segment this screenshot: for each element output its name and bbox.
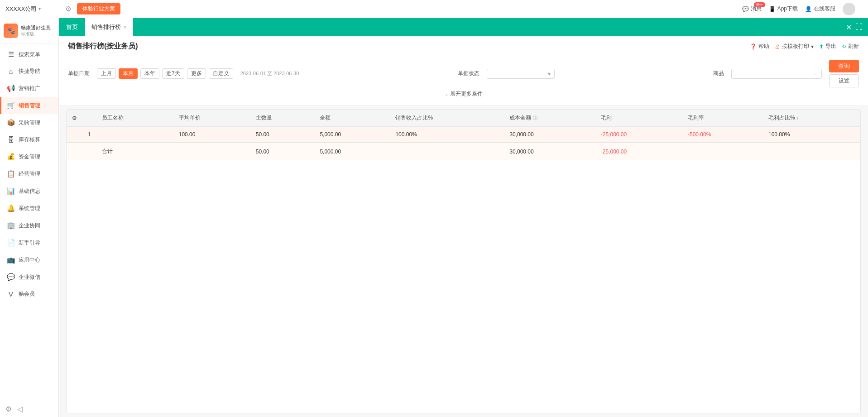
- message-button[interactable]: 💬 消息 99+: [742, 5, 762, 13]
- expand-button[interactable]: ⌄ 展开更多条件: [445, 90, 483, 98]
- header-actions: ❓ 帮助 🖨 按模板打印 ▾ ⬆ 导出 ↻ 刷新: [750, 43, 859, 50]
- col-gross-profit-rate: 毛利率: [682, 110, 763, 127]
- date-btn-more[interactable]: 更多: [187, 68, 206, 79]
- refresh-label: 刷新: [848, 43, 859, 50]
- message-badge: 99+: [754, 2, 765, 7]
- help-label: 帮助: [758, 43, 769, 50]
- date-btn-this-month[interactable]: 本月: [119, 68, 138, 79]
- date-filters: 上月 本月 本年 近7天 更多 自定义: [97, 68, 233, 79]
- trial-button[interactable]: 体验行业方案: [77, 3, 120, 14]
- status-select[interactable]: ▾: [487, 69, 555, 79]
- footer-settings: [67, 143, 82, 160]
- nav-icon-app-center: 📺: [7, 256, 15, 264]
- footer-rank: [82, 143, 96, 160]
- refresh-button[interactable]: ↻ 刷新: [842, 43, 859, 50]
- cost-info-icon[interactable]: ⓘ: [533, 115, 537, 120]
- print-chevron-icon: ▾: [811, 43, 814, 50]
- sidebar-item-member[interactable]: V 畅会员: [0, 286, 58, 302]
- col-gross-profit: 毛利: [595, 110, 682, 127]
- footer-row: 合计 50.00 5,000.00 30,000.00 -25,000.00: [67, 143, 860, 160]
- sidebar-item-basic-info[interactable]: 📊 基础信息: [0, 182, 58, 200]
- page-header: 销售排行榜(按业务员) ❓ 帮助 🖨 按模板打印 ▾ ⬆ 导出: [59, 36, 868, 55]
- sidebar-item-enterprise[interactable]: 🏢 企业协同: [0, 217, 58, 234]
- row-rank: 1: [82, 127, 96, 143]
- nav-icon-purchase: 📦: [7, 119, 15, 127]
- nav-label-app-center: 应用中心: [19, 256, 40, 264]
- status-arrow-icon: ▾: [548, 71, 551, 77]
- date-btn-custom[interactable]: 自定义: [209, 68, 233, 79]
- app-download-button[interactable]: 📱 App下载: [769, 5, 798, 13]
- nav-icon-inventory: 🗄: [7, 136, 15, 144]
- tab-bar-right: ✕ ⛶: [846, 23, 868, 32]
- col-avg-price: 平均单价: [173, 110, 250, 127]
- sidebar-item-weixin[interactable]: 💬 企业微信: [0, 268, 58, 286]
- footer-label: 合计: [96, 143, 173, 160]
- app-icon: 📱: [769, 6, 776, 12]
- goods-more-icon: ···: [813, 71, 818, 77]
- sidebar-item-finance[interactable]: 💰 资金管理: [0, 148, 58, 165]
- col-sales-pct: 销售收入占比%: [390, 110, 504, 127]
- help-button[interactable]: ❓ 帮助: [750, 43, 769, 50]
- template-print-label: 按模板打印: [782, 43, 809, 50]
- col-amount: 全额: [314, 110, 390, 127]
- avatar[interactable]: [843, 3, 855, 15]
- logo-name: 畅康通好生意: [21, 24, 51, 31]
- tab-sales-ranking[interactable]: 销售排行榜 ×: [85, 18, 133, 36]
- sidebar-item-sales[interactable]: 🛒 销售管理: [0, 97, 58, 114]
- nav-label-quick-nav: 快捷导航: [19, 67, 40, 75]
- message-icon: 💬: [742, 6, 749, 12]
- col-rank: [82, 110, 96, 127]
- filter-settings-button[interactable]: 设置: [829, 74, 859, 87]
- settings-bottom-icon[interactable]: ⚙: [5, 405, 12, 413]
- pct-sort-icon[interactable]: ↕: [796, 115, 799, 120]
- company-name: XXXXX公司: [5, 5, 37, 13]
- company-selector[interactable]: XXXXX公司 ▾: [5, 5, 60, 13]
- sidebar-item-purchase[interactable]: 📦 采购管理: [0, 114, 58, 131]
- online-service-button[interactable]: 👤 在线客服: [805, 5, 835, 13]
- row-avg-price: 100.00: [173, 127, 250, 143]
- expand-row: ⌄ 展开更多条件: [68, 87, 859, 101]
- sidebar-item-inventory[interactable]: 🗄 库存核算: [0, 131, 58, 148]
- export-button[interactable]: ⬆ 导出: [819, 43, 836, 50]
- row-qty: 50.00: [250, 127, 315, 143]
- date-btn-last-month[interactable]: 上月: [97, 68, 116, 79]
- col-settings[interactable]: ⚙: [67, 110, 82, 127]
- date-btn-7days[interactable]: 近7天: [162, 68, 184, 79]
- sidebar-item-operations[interactable]: 📋 经营管理: [0, 165, 58, 182]
- date-btn-this-year[interactable]: 本年: [140, 68, 159, 79]
- table-container: ⚙ 员工名称 平均单价 主数量 全额 销售收入占比% 成本全额 ⓘ 毛利 毛利率…: [66, 109, 861, 413]
- col-qty: 主数量: [250, 110, 315, 127]
- print-icon: 🖨: [775, 43, 780, 50]
- row-sales-pct: 100.00%: [390, 127, 504, 143]
- collapse-icon[interactable]: ◁: [17, 405, 23, 413]
- nav-icon-quick-nav: ⌂: [7, 67, 15, 75]
- goods-input[interactable]: ···: [731, 69, 822, 79]
- filter-section: 单据日期 上月 本月 本年 近7天 更多 自定义 2023-06-01 至 20…: [59, 55, 868, 105]
- nav-icon-operations: 📋: [7, 170, 15, 178]
- tab-home[interactable]: 首页: [59, 18, 85, 36]
- sidebar-item-search[interactable]: ☰ 搜索菜单: [0, 46, 58, 63]
- date-range: 2023-06-01 至 2023-06-30: [240, 70, 299, 77]
- sidebar-item-app-center[interactable]: 📺 应用中心: [0, 251, 58, 268]
- expand-label: 展开更多条件: [450, 90, 483, 98]
- close-window-icon[interactable]: ✕: [846, 23, 852, 32]
- nav-label-enterprise: 企业协同: [19, 222, 40, 230]
- sales-table: ⚙ 员工名称 平均单价 主数量 全额 销售收入占比% 成本全额 ⓘ 毛利 毛利率…: [67, 110, 860, 160]
- sidebar-item-quick-nav[interactable]: ⌂ 快捷导航: [0, 63, 58, 80]
- nav-icon-basic-info: 📊: [7, 187, 15, 195]
- footer-sales-pct: [390, 143, 504, 160]
- sidebar-item-marketing[interactable]: 📢 营销推广: [0, 80, 58, 97]
- nav-icon-sales: 🛒: [7, 101, 15, 110]
- table-header: ⚙ 员工名称 平均单价 主数量 全额 销售收入占比% 成本全额 ⓘ 毛利 毛利率…: [67, 110, 860, 127]
- settings-icon[interactable]: ⚙: [63, 3, 73, 15]
- sidebar-item-beginner[interactable]: 📄 新手引导: [0, 234, 58, 251]
- nav-label-weixin: 企业微信: [19, 273, 40, 281]
- template-print-button[interactable]: 🖨 按模板打印 ▾: [775, 43, 814, 50]
- query-button[interactable]: 查询: [829, 60, 859, 72]
- row-name: [96, 127, 173, 143]
- maximize-icon[interactable]: ⛶: [855, 23, 863, 31]
- logo-icon: 🐾: [4, 24, 18, 38]
- sidebar-item-system[interactable]: 🔔 系统管理: [0, 200, 58, 217]
- tab-close-icon[interactable]: ×: [124, 24, 126, 30]
- logo-text-area: 畅康通好生意 标准版: [21, 24, 51, 37]
